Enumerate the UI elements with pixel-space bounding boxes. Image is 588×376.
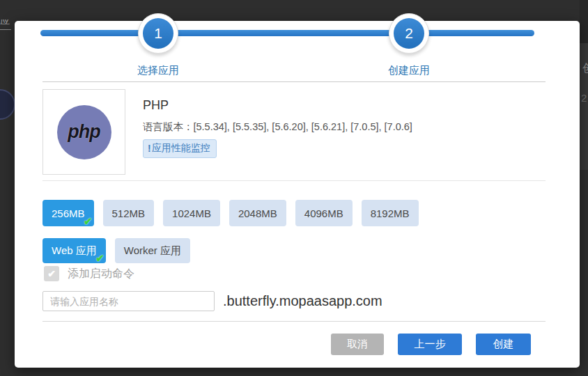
app-type-label: Web 应用: [52, 244, 97, 258]
background-link-fragment: 应: [0, 19, 11, 30]
divider: [42, 321, 546, 322]
badge-label: 应用性能监控: [152, 142, 210, 155]
app-type-label: Worker 应用: [124, 244, 181, 258]
app-type-option-worker[interactable]: Worker 应用: [115, 238, 190, 263]
modal-footer: 取消 上一步 创建: [331, 334, 531, 355]
php-logo-text: php: [68, 121, 100, 143]
cancel-button[interactable]: 取消: [331, 334, 384, 355]
performance-monitor-badge: ! 应用性能监控: [143, 139, 217, 158]
step-2-circle[interactable]: 2: [389, 13, 429, 54]
background-logo-fragment: [0, 89, 15, 120]
previous-step-button[interactable]: 上一步: [398, 334, 462, 355]
app-versions: 语言版本：[5.5.34], [5.5.35], [5.6.20], [5.6.…: [143, 120, 412, 134]
check-icon: ✔: [84, 215, 93, 228]
create-app-modal: 1 2 选择应用 创建应用 php PHP 语言版本：[5.5.34], [5.…: [15, 21, 580, 368]
background-char-fragment: 2: [581, 92, 587, 104]
create-button[interactable]: 创建: [476, 334, 531, 355]
memory-option-2048mb[interactable]: 2048MB: [229, 200, 286, 226]
memory-option-label: 4096MB: [304, 207, 343, 219]
app-type-option-web[interactable]: Web 应用 ✔: [42, 238, 106, 263]
memory-option-1024mb[interactable]: 1024MB: [163, 200, 220, 226]
step-1-label: 选择应用: [109, 64, 207, 77]
memory-option-8192mb[interactable]: 8192MB: [362, 200, 419, 226]
memory-option-label: 1024MB: [172, 207, 211, 219]
memory-option-256mb[interactable]: 256MB ✔: [42, 200, 94, 226]
memory-option-label: 2048MB: [238, 207, 277, 219]
step-2-number: 2: [394, 18, 424, 49]
memory-option-4096mb[interactable]: 4096MB: [295, 200, 353, 226]
check-icon: ✔: [47, 268, 56, 279]
php-logo-icon: php: [57, 105, 111, 159]
startup-command-row: ✔ 添加启动命令: [44, 266, 134, 281]
background-char-fragment: 创: [582, 61, 588, 76]
selected-app-card: php: [42, 89, 125, 175]
startup-command-label: 添加启动命令: [68, 267, 134, 281]
memory-option-512mb[interactable]: 512MB: [103, 200, 155, 226]
divider: [42, 180, 546, 181]
domain-suffix: .butterfly.mopaasapp.com: [223, 293, 382, 309]
app-name-row: .butterfly.mopaasapp.com: [42, 291, 382, 311]
app-title: PHP: [143, 98, 169, 113]
check-icon: ✔: [95, 252, 105, 265]
exclamation-icon: !: [148, 143, 151, 154]
memory-option-label: 512MB: [112, 207, 146, 219]
step-1-number: 1: [143, 18, 173, 49]
step-2-label: 创建应用: [360, 64, 458, 77]
startup-command-checkbox[interactable]: ✔: [44, 266, 59, 281]
memory-options-row: 256MB ✔ 512MB 1024MB 2048MB 4096MB 8192M…: [42, 200, 419, 226]
stepper-progress-bar: [40, 30, 534, 36]
memory-option-label: 8192MB: [371, 207, 410, 219]
overlay-band-top: [580, 0, 588, 43]
memory-option-label: 256MB: [52, 207, 85, 219]
app-name-input[interactable]: [42, 291, 215, 311]
app-type-row: Web 应用 ✔ Worker 应用: [42, 238, 190, 263]
step-1-circle[interactable]: 1: [138, 13, 178, 54]
divider: [42, 81, 546, 82]
